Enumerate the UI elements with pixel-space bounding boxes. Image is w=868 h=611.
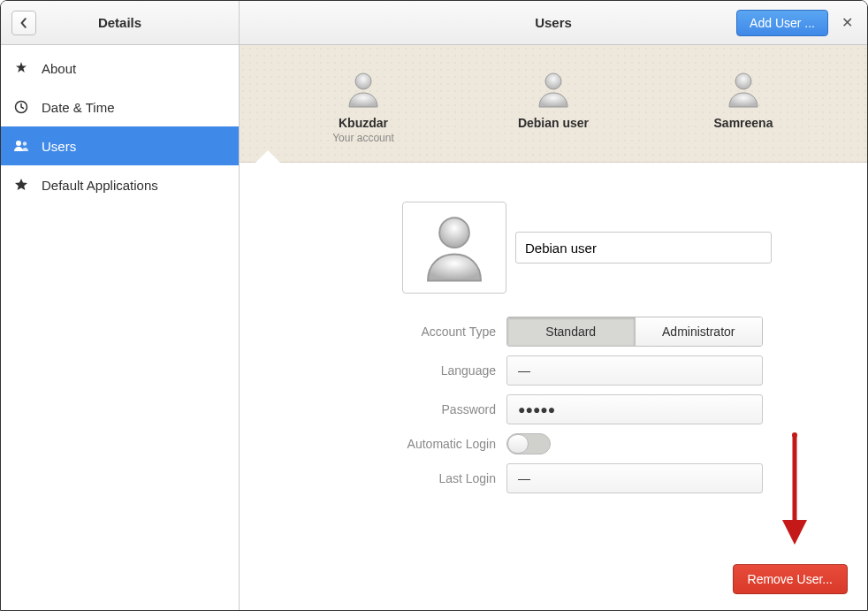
language-value: — — [518, 363, 530, 378]
password-label: Password — [275, 402, 506, 416]
sidebar-item-label: Users — [42, 139, 76, 154]
account-type-administrator[interactable]: Administrator — [635, 317, 763, 346]
selected-pointer — [255, 150, 280, 163]
avatar-large-icon — [415, 208, 494, 287]
sidebar-item-default-apps[interactable]: Default Applications — [1, 165, 239, 204]
users-icon — [13, 138, 29, 154]
user-name: Kbuzdar — [339, 116, 388, 130]
svg-point-4 — [545, 73, 561, 89]
sidebar-item-datetime[interactable]: Date & Time — [1, 88, 239, 126]
language-label: Language — [275, 363, 506, 378]
switch-knob — [507, 434, 529, 454]
svg-point-6 — [439, 218, 469, 248]
svg-point-1 — [16, 141, 21, 146]
star-icon — [13, 60, 29, 76]
star-filled-icon — [13, 177, 29, 193]
avatar-icon — [342, 68, 385, 111]
automatic-login-switch[interactable] — [506, 433, 551, 454]
avatar-icon — [722, 68, 765, 111]
user-name: Debian user — [518, 116, 589, 130]
avatar-icon — [532, 68, 575, 111]
last-login-value: — — [518, 471, 530, 485]
sidebar-title: Details — [1, 15, 239, 30]
back-button[interactable] — [11, 11, 36, 35]
sidebar-item-label: Default Applications — [42, 178, 158, 193]
sidebar-item-label: Date & Time — [42, 100, 115, 115]
sidebar-item-label: About — [42, 61, 76, 76]
avatar-picker[interactable] — [402, 202, 506, 294]
user-name: Samreena — [714, 116, 773, 130]
automatic-login-label: Automatic Login — [275, 437, 506, 451]
user-card-debian-user[interactable]: Debian user — [500, 68, 606, 144]
svg-point-3 — [355, 73, 371, 89]
password-value: ●●●●● — [518, 402, 555, 416]
language-field[interactable]: — — [506, 355, 763, 386]
user-strip: Kbuzdar Your account Debian user Samreen… — [240, 45, 867, 163]
user-card-samreena[interactable]: Samreena — [690, 68, 796, 144]
full-name-input[interactable] — [515, 232, 772, 263]
password-field[interactable]: ●●●●● — [506, 394, 763, 424]
user-sublabel: Your account — [332, 132, 394, 144]
last-login-label: Last Login — [275, 471, 506, 485]
sidebar-item-about[interactable]: About — [1, 49, 239, 88]
svg-point-5 — [735, 73, 751, 89]
svg-marker-8 — [782, 520, 807, 545]
add-user-button[interactable]: Add User ... — [736, 10, 828, 36]
remove-user-button[interactable]: Remove User... — [733, 564, 848, 594]
account-type-label: Account Type — [275, 325, 506, 339]
account-type-standard[interactable]: Standard — [507, 317, 635, 346]
sidebar-item-users[interactable]: Users — [1, 126, 239, 165]
close-icon: ✕ — [841, 14, 853, 31]
close-button[interactable]: ✕ — [837, 13, 857, 33]
clock-icon — [13, 99, 29, 115]
user-card-kbuzdar[interactable]: Kbuzdar Your account — [310, 68, 416, 144]
svg-point-2 — [23, 141, 27, 145]
chevron-left-icon — [19, 18, 29, 28]
last-login-field[interactable]: — — [506, 463, 763, 493]
account-type-toggle: Standard Administrator — [506, 317, 763, 347]
